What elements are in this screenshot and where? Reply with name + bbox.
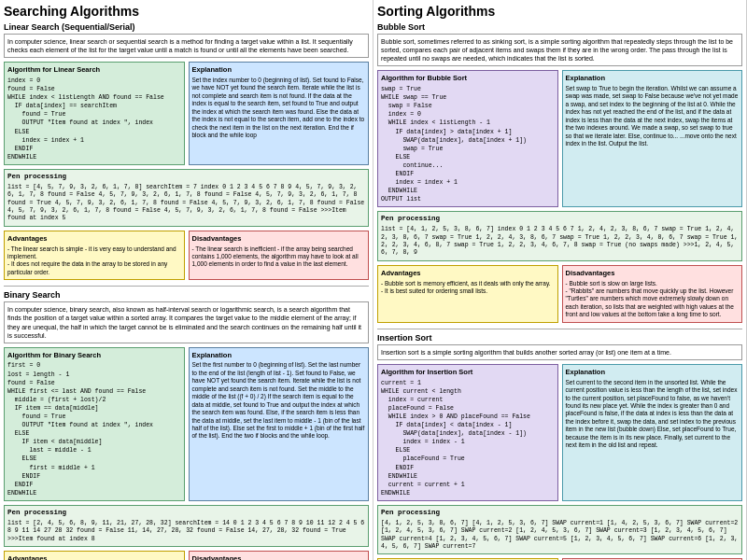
insertion-description: Insertion sort is a simple sorting algor… xyxy=(377,344,742,360)
insertion-algo-box: Algorithm for Insertion Sort current = 1… xyxy=(377,364,558,501)
linear-algo-explanation: Algorithm for Linear Search index = 0 fo… xyxy=(4,62,369,165)
bubble-disadvantages: Disadvantages - Bubble sort is slow on l… xyxy=(562,265,743,323)
binary-description: In computer science, binary search, also… xyxy=(4,301,369,343)
left-title: Searching Algorithms xyxy=(4,4,369,19)
insertion-sort-section: Insertion Sort Insertion sort is a simpl… xyxy=(377,333,742,560)
divider-right xyxy=(377,329,742,329)
binary-advantages: Advantages - The binary search is much m… xyxy=(4,551,185,560)
bubble-adv-disadv: Advantages - Bubble sort is memory effic… xyxy=(377,265,742,323)
linear-pen-processing: Pen processing list = [4, 5, 7, 9, 3, 2,… xyxy=(4,169,369,227)
insertion-sort-subtitle: Insertion Sort xyxy=(377,333,742,343)
insertion-pen-processing: Pen processing [4, 1, 2, 5, 3, 8, 6, 7] … xyxy=(377,505,742,555)
linear-search-subtitle: Linear Search (Sequential/Serial) xyxy=(4,22,369,32)
bubble-description: Bubble sort, sometimes referred to as si… xyxy=(377,34,742,66)
linear-advantages: Advantages - The linear search is simple… xyxy=(4,231,185,281)
linear-description: In computer science, linear search or se… xyxy=(4,34,369,58)
insertion-explanation-box: Explanation Set current to the second it… xyxy=(562,364,743,501)
binary-disadvantages: Disadvantages xyxy=(189,551,370,560)
binary-adv-disadv: Advantages - The binary search is much m… xyxy=(4,551,369,560)
left-panel: Searching Algorithms Linear Search (Sequ… xyxy=(0,0,374,560)
divider xyxy=(4,286,369,287)
linear-explanation-box: Explanation Set the index number to 0 (b… xyxy=(189,62,370,165)
linear-algo-box: Algorithm for Linear Search index = 0 fo… xyxy=(4,62,185,165)
bubble-advantages: Advantages - Bubble sort is memory effic… xyxy=(377,265,558,323)
insertion-algo-explanation: Algorithm for Insertion Sort current = 1… xyxy=(377,364,742,501)
binary-algo-explanation: Algorithm for Binary Search first = 0 lo… xyxy=(4,347,369,501)
linear-disadvantages: Disadvantages - The linear search is ine… xyxy=(189,231,370,281)
binary-search-subtitle: Binary Search xyxy=(4,290,369,300)
right-title: Sorting Algorithms xyxy=(377,4,742,19)
linear-search-section: Linear Search (Sequential/Serial) In com… xyxy=(4,22,369,280)
linear-adv-disadv: Advantages - The linear search is simple… xyxy=(4,231,369,281)
binary-pen-processing: Pen processing list = [2, 4, 5, 6, 8, 9,… xyxy=(4,505,369,547)
binary-search-section: Binary Search In computer science, binar… xyxy=(4,290,369,560)
binary-explanation-box: Explanation Set the first number to 0 (b… xyxy=(189,347,370,501)
bubble-sort-section: Bubble Sort Bubble sort, sometimes refer… xyxy=(377,22,742,323)
binary-algo-box: Algorithm for Binary Search first = 0 lo… xyxy=(4,347,185,501)
bubble-sort-subtitle: Bubble Sort xyxy=(377,22,742,32)
bubble-algo-box: Algorithm for Bubble Sort swap = True WH… xyxy=(377,70,558,207)
right-panel: Sorting Algorithms Bubble Sort Bubble so… xyxy=(374,0,747,560)
bubble-pen-processing: Pen processing list = [4, 1, 2, 5, 3, 8,… xyxy=(377,211,742,261)
bubble-algo-explanation: Algorithm for Bubble Sort swap = True WH… xyxy=(377,70,742,207)
bubble-explanation-box: Explanation Set swap to True to begin th… xyxy=(562,70,743,207)
